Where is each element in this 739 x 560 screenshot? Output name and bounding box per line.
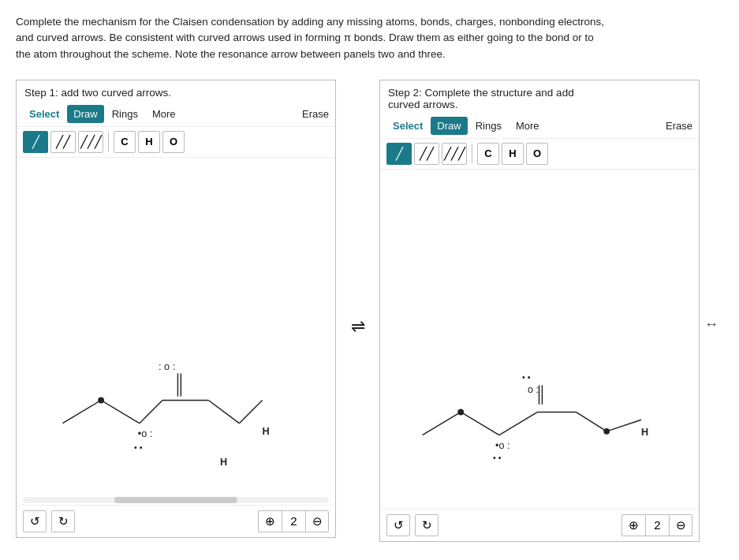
right-expand-arrow: ↔ bbox=[700, 316, 723, 333]
svg-line-1 bbox=[101, 400, 140, 423]
panel-2-title: Step 2: Complete the structure and add c… bbox=[380, 80, 699, 114]
panel-2: Step 2: Complete the structure and add c… bbox=[379, 80, 700, 542]
svg-text:• •: • • bbox=[522, 371, 531, 381]
svg-text:H: H bbox=[220, 457, 227, 468]
panel-2-carbon-button[interactable]: C bbox=[477, 143, 499, 165]
panel-2-zoom-reset-button[interactable]: 2 bbox=[645, 514, 669, 536]
panel-1-drawing-area[interactable]: : o : •o : • • H H bbox=[17, 158, 335, 497]
svg-line-27 bbox=[499, 412, 538, 435]
panel-2-double-bond-button[interactable]: ╱╱ bbox=[414, 143, 439, 165]
svg-line-33 bbox=[607, 420, 641, 431]
resonance-arrow: ⇌ bbox=[336, 316, 379, 337]
panel-1-undo-button[interactable]: ↺ bbox=[23, 510, 47, 532]
panel-2-erase-button[interactable]: Erase bbox=[666, 120, 692, 132]
panel-1-carbon-button[interactable]: C bbox=[114, 131, 136, 153]
panel-1-zoom-group: ⊕ 2 ⊖ bbox=[258, 510, 329, 532]
panel-2-oxygen-button[interactable]: O bbox=[526, 143, 548, 165]
panel-1-erase-button[interactable]: Erase bbox=[302, 108, 329, 120]
panel-1-scrollbar-thumb bbox=[114, 497, 237, 503]
svg-text:• •: • • bbox=[134, 442, 143, 452]
panel-1-separator bbox=[108, 133, 109, 151]
svg-text:•o :: •o : bbox=[138, 428, 152, 439]
panel-2-bond-tools: ╱ ╱╱ ╱╱╱ C H O bbox=[380, 139, 699, 170]
panel-1-hydrogen-button[interactable]: H bbox=[138, 131, 160, 153]
svg-point-22 bbox=[457, 409, 464, 415]
svg-text:H: H bbox=[263, 426, 270, 437]
panel-2-draw-button[interactable]: Draw bbox=[431, 117, 467, 135]
svg-line-3 bbox=[140, 400, 162, 423]
panel-2-select-button[interactable]: Select bbox=[386, 117, 429, 135]
panel-1-zoom-in-button[interactable]: ⊕ bbox=[258, 510, 282, 532]
panel-1-footer: ↺ ↻ ⊕ 2 ⊖ bbox=[17, 505, 335, 537]
panels-container: Step 1: add two curved arrows. Select Dr… bbox=[16, 80, 723, 542]
panel-2-hydrogen-button[interactable]: H bbox=[502, 143, 524, 165]
panel-2-undo-button[interactable]: ↺ bbox=[386, 514, 410, 536]
panel-1-title: Step 1: add two curved arrows. bbox=[17, 80, 335, 102]
svg-line-21 bbox=[461, 412, 499, 435]
panel-1-draw-button[interactable]: Draw bbox=[67, 105, 103, 123]
panel-2-redo-button[interactable]: ↻ bbox=[415, 514, 439, 536]
svg-line-31 bbox=[576, 412, 607, 431]
svg-line-20 bbox=[423, 412, 461, 435]
panel-2-toolbar: Select Draw Rings More Erase bbox=[380, 114, 699, 139]
panel-1-toolbar: Select Draw Rings More Erase bbox=[17, 102, 335, 127]
panel-1-select-button[interactable]: Select bbox=[23, 105, 65, 123]
svg-line-10 bbox=[208, 400, 239, 423]
panel-2-zoom-out-button[interactable]: ⊖ bbox=[669, 514, 692, 536]
svg-text:• •: • • bbox=[493, 453, 502, 462]
panel-2-separator bbox=[472, 144, 472, 163]
panel-1-triple-bond-button[interactable]: ╱╱╱ bbox=[78, 131, 103, 153]
panel-1-single-bond-button[interactable]: ╱ bbox=[23, 131, 48, 153]
svg-text:•o :: •o : bbox=[495, 440, 509, 451]
svg-text:o :: o : bbox=[528, 384, 539, 395]
panel-2-single-bond-button[interactable]: ╱ bbox=[386, 143, 412, 165]
instructions: Complete the mechanism for the Claisen c… bbox=[16, 14, 723, 62]
panel-2-zoom-group: ⊕ 2 ⊖ bbox=[621, 514, 692, 536]
panel-1-oxygen-button[interactable]: O bbox=[162, 131, 185, 153]
panel-2-drawing-area[interactable]: • • o : •o : • • bbox=[380, 170, 699, 509]
svg-text:: o :: : o : bbox=[159, 360, 175, 371]
svg-line-11 bbox=[239, 400, 262, 423]
svg-point-2 bbox=[98, 397, 104, 403]
panel-2-footer: ↺ ↻ ⊕ 2 ⊖ bbox=[380, 509, 699, 541]
panel-1-zoom-out-button[interactable]: ⊖ bbox=[305, 510, 329, 532]
panel-1-rings-button[interactable]: Rings bbox=[106, 105, 144, 123]
panel-1-redo-button[interactable]: ↻ bbox=[51, 510, 75, 532]
panel-2-zoom-in-button[interactable]: ⊕ bbox=[621, 514, 645, 536]
panel-2-more-button[interactable]: More bbox=[509, 117, 546, 135]
panel-1: Step 1: add two curved arrows. Select Dr… bbox=[16, 80, 336, 538]
panel-1-scrollbar[interactable] bbox=[23, 497, 329, 503]
panel-1-more-button[interactable]: More bbox=[146, 105, 182, 123]
panel-2-structure-svg: • • o : •o : • • bbox=[380, 170, 699, 509]
panel-1-zoom-reset-button[interactable]: 2 bbox=[282, 510, 305, 532]
panel-1-structure-svg: : o : •o : • • H H bbox=[17, 158, 335, 497]
svg-text:H: H bbox=[641, 426, 648, 437]
svg-line-0 bbox=[62, 400, 101, 423]
panel-2-triple-bond-button[interactable]: ╱╱╱ bbox=[442, 143, 467, 165]
panel-1-double-bond-button[interactable]: ╱╱ bbox=[50, 131, 76, 153]
panel-1-bond-tools: ╱ ╱╱ ╱╱╱ C H O bbox=[17, 127, 335, 158]
panel-2-rings-button[interactable]: Rings bbox=[469, 117, 508, 135]
